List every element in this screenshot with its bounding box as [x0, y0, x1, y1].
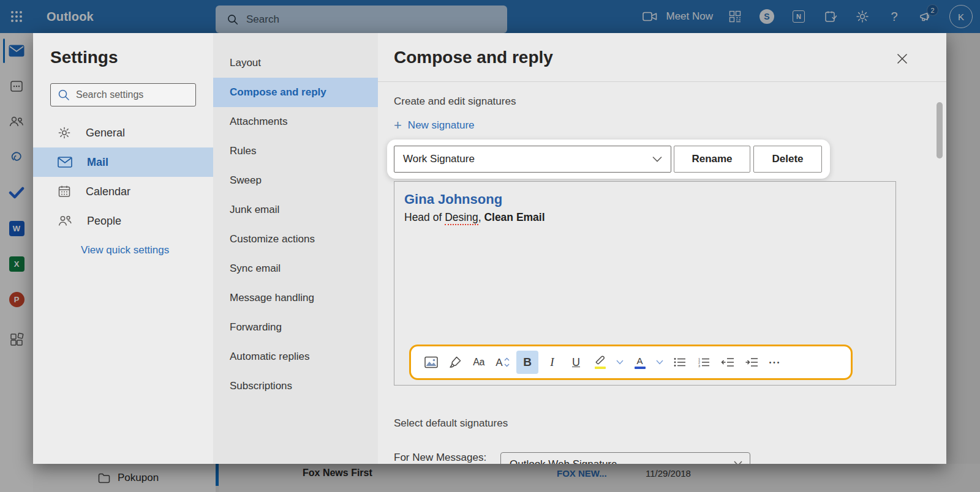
- bullet-list-icon: [674, 357, 686, 367]
- default-signature-value: Outlook Web Signature: [510, 458, 617, 464]
- chevron-down-icon: [656, 360, 663, 365]
- close-button[interactable]: [894, 50, 911, 67]
- settings-item-label: Calendar: [86, 185, 130, 198]
- numbered-list-icon: 123: [698, 357, 710, 367]
- highlight-button[interactable]: [590, 351, 610, 374]
- mail-icon: [58, 157, 72, 168]
- indent-icon: [745, 357, 758, 367]
- settings-item-people[interactable]: People: [33, 206, 213, 236]
- outlook-app: Outlook Meet Now: [0, 0, 980, 492]
- settings-panel: Settings: [33, 33, 213, 464]
- decrease-indent-button[interactable]: [717, 351, 737, 374]
- settings-item-general[interactable]: General: [33, 118, 213, 147]
- default-signatures-heading: Select default signatures: [394, 417, 508, 430]
- font-color-button[interactable]: A: [630, 351, 650, 374]
- close-icon: [896, 53, 908, 65]
- highlighter-icon: [594, 356, 606, 369]
- view-quick-settings-link[interactable]: View quick settings: [81, 244, 169, 256]
- bold-label: B: [523, 356, 532, 369]
- default-row-label: For New Messages:: [394, 452, 486, 464]
- font-label: Aa: [473, 357, 484, 368]
- nav-item-automatic-replies[interactable]: Automatic replies: [213, 342, 378, 371]
- font-size-icon: A: [496, 357, 509, 368]
- format-painter-icon: [448, 356, 462, 369]
- new-signature-label: New signature: [408, 119, 475, 132]
- nav-item-junk-email[interactable]: Junk email: [213, 195, 378, 225]
- image-icon: [424, 356, 438, 368]
- underline-label: U: [572, 356, 580, 369]
- nav-item-attachments[interactable]: Attachments: [213, 107, 378, 136]
- bold-button[interactable]: B: [516, 351, 538, 374]
- company-name: Clean Email: [484, 211, 545, 223]
- panel-scrollbar[interactable]: [937, 102, 943, 158]
- settings-title: Settings: [50, 48, 118, 67]
- signatures-heading: Create and edit signatures: [394, 95, 516, 108]
- signature-role-text: Head of Desing, Clean Email: [404, 211, 886, 224]
- settings-search-input[interactable]: [76, 89, 180, 100]
- header-divider: [378, 81, 946, 82]
- delete-button[interactable]: Delete: [753, 146, 822, 173]
- nav-item-sweep[interactable]: Sweep: [213, 166, 378, 195]
- signature-select-dropdown[interactable]: Work Signature: [394, 146, 671, 173]
- ellipsis-icon: •••: [769, 359, 782, 366]
- panel-title: Compose and reply: [394, 48, 553, 67]
- compose-and-reply-panel: Compose and reply Create and edit signat…: [378, 33, 946, 464]
- font-color-options-chevron[interactable]: [654, 351, 666, 374]
- nav-item-forwarding[interactable]: Forwarding: [213, 313, 378, 342]
- role-separator: ,: [478, 211, 484, 223]
- signature-name-text: Gina Johnsong: [404, 190, 886, 209]
- settings-item-label: People: [87, 215, 121, 228]
- plus-icon: +: [394, 119, 402, 132]
- nav-item-message-handling[interactable]: Message handling: [213, 283, 378, 313]
- svg-text:3: 3: [698, 364, 700, 368]
- signature-select-value: Work Signature: [403, 153, 475, 165]
- bullet-list-button[interactable]: [669, 351, 690, 374]
- chevron-down-icon: [734, 461, 742, 464]
- chevron-down-icon: [616, 360, 624, 365]
- font-color-icon: A: [635, 356, 646, 369]
- increase-indent-button[interactable]: [741, 351, 761, 374]
- new-signature-button[interactable]: + New signature: [394, 119, 475, 132]
- nav-item-sync-email[interactable]: Sync email: [213, 254, 378, 283]
- font-button[interactable]: Aa: [469, 351, 489, 374]
- settings-item-label: General: [86, 127, 125, 140]
- font-size-button[interactable]: A: [492, 351, 513, 374]
- nav-item-compose-and-reply[interactable]: Compose and reply: [213, 78, 378, 107]
- nav-item-rules[interactable]: Rules: [213, 136, 378, 166]
- nav-item-customize-actions[interactable]: Customize actions: [213, 225, 378, 254]
- misspelled-word: Desing: [445, 211, 478, 225]
- settings-search-box[interactable]: [50, 83, 196, 106]
- format-painter-button[interactable]: [445, 351, 465, 374]
- people-icon: [58, 215, 72, 227]
- italic-label: I: [550, 356, 554, 369]
- numbered-list-button[interactable]: 123: [693, 351, 714, 374]
- formatting-toolbar: Aa A B I U: [409, 345, 853, 380]
- nav-item-layout[interactable]: Layout: [213, 48, 378, 78]
- insert-image-button[interactable]: [421, 351, 441, 374]
- gear-icon: [58, 126, 71, 140]
- role-prefix: Head of: [404, 211, 445, 223]
- settings-modal: Settings: [33, 33, 946, 464]
- mail-settings-nav: Layout Compose and reply Attachments Rul…: [213, 33, 378, 464]
- more-formatting-button[interactable]: •••: [765, 351, 785, 374]
- rename-button[interactable]: Rename: [674, 146, 750, 173]
- outdent-icon: [721, 357, 734, 367]
- chevron-down-icon: [652, 156, 662, 162]
- settings-item-calendar[interactable]: Calendar: [33, 177, 213, 206]
- calendar-icon: [58, 185, 71, 198]
- settings-item-mail[interactable]: Mail: [33, 147, 213, 177]
- search-icon: [57, 88, 70, 102]
- italic-button[interactable]: I: [542, 351, 562, 374]
- settings-item-label: Mail: [87, 156, 108, 169]
- nav-item-subscriptions[interactable]: Subscriptions: [213, 371, 378, 401]
- highlight-options-chevron[interactable]: [614, 351, 626, 374]
- underline-button[interactable]: U: [566, 351, 586, 374]
- default-signature-dropdown[interactable]: Outlook Web Signature: [500, 452, 750, 464]
